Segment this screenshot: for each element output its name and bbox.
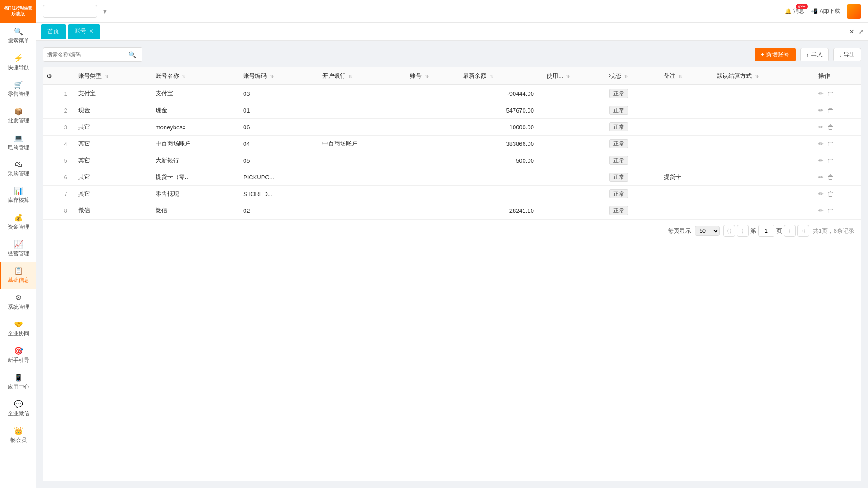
edit-icon[interactable]: ✏: [818, 190, 824, 197]
delete-icon[interactable]: 🗑: [827, 157, 834, 164]
col-usage[interactable]: 使用... ⇅: [543, 67, 606, 85]
edit-icon[interactable]: ✏: [818, 157, 824, 164]
tab-expand-button[interactable]: ⤢: [858, 28, 863, 35]
delete-icon[interactable]: 🗑: [827, 190, 834, 197]
tab-account[interactable]: 账号 ✕: [68, 24, 100, 39]
row-settings: [43, 85, 57, 102]
sidebar-item-ecommerce[interactable]: 💻 电商管理: [0, 129, 36, 156]
row-account: [406, 85, 459, 102]
row-balance: [459, 186, 543, 202]
sidebar-item-guide[interactable]: 🎯 新手引导: [0, 342, 36, 369]
finance-icon: 💰: [14, 213, 23, 222]
sidebar-item-search[interactable]: 🔍 搜索菜单: [0, 23, 36, 49]
settings-icon[interactable]: ⚙: [47, 73, 52, 80]
sidebar-item-member[interactable]: 👑 畅会员: [0, 422, 36, 449]
row-type: 现金: [75, 102, 152, 119]
row-code: 04: [240, 136, 319, 152]
sidebar-item-basic-info[interactable]: 📋 基础信息: [0, 262, 36, 289]
row-index: 6: [57, 169, 75, 186]
col-bank[interactable]: 开户银行 ⇅: [319, 67, 406, 85]
delete-icon[interactable]: 🗑: [827, 140, 834, 147]
basic-info-icon: 📋: [14, 267, 23, 275]
page-size-dropdown[interactable]: 50 100: [695, 226, 720, 236]
row-usage: [543, 202, 606, 219]
export-button[interactable]: ↓ 导出: [833, 48, 862, 61]
delete-icon[interactable]: 🗑: [827, 90, 834, 97]
sidebar-item-finance[interactable]: 💰 资金管理: [0, 209, 36, 235]
row-balance: 383866.00: [459, 136, 543, 152]
row-settle: [713, 202, 814, 219]
sidebar-item-wholesale[interactable]: 📦 批发管理: [0, 103, 36, 129]
row-action: ✏ 🗑: [815, 85, 861, 102]
row-settings: [43, 119, 57, 136]
delete-icon[interactable]: 🗑: [827, 123, 834, 131]
guide-icon: 🎯: [14, 347, 23, 355]
avatar[interactable]: [847, 4, 861, 19]
row-name: moneybosx: [152, 119, 240, 136]
first-page-button[interactable]: ⟨⟨: [723, 225, 735, 237]
sidebar-item-retail[interactable]: 🛒 零售管理: [0, 76, 36, 103]
row-name: 大新银行: [152, 152, 240, 169]
edit-icon[interactable]: ✏: [818, 90, 824, 97]
row-index: 2: [57, 102, 75, 119]
col-action: 操作: [815, 67, 861, 85]
add-account-button[interactable]: + 新增账号: [755, 48, 796, 61]
sidebar-item-app-center[interactable]: 📱 应用中心: [0, 369, 36, 395]
sidebar-item-wechat[interactable]: 💬 企业微信: [0, 395, 36, 422]
row-account: [406, 202, 459, 219]
tab-home[interactable]: 首页: [41, 24, 66, 39]
col-name[interactable]: 账号名称 ⇅: [152, 67, 240, 85]
next-page-button[interactable]: ⟩: [784, 225, 796, 237]
row-account: [406, 186, 459, 202]
sidebar-item-system[interactable]: ⚙ 系统管理: [0, 289, 36, 315]
col-note[interactable]: 备注 ⇅: [660, 67, 713, 85]
edit-icon[interactable]: ✏: [818, 123, 824, 131]
tab-close-icon[interactable]: ✕: [89, 28, 94, 34]
row-action: ✏ 🗑: [815, 186, 861, 202]
sidebar-item-purchase[interactable]: 🛍 采购管理: [0, 156, 36, 182]
prev-page-button[interactable]: ⟨: [737, 225, 749, 237]
search-input[interactable]: [47, 52, 128, 58]
toolbar: 🔍 + 新增账号 ↑ 导入 ↓ 导出: [43, 47, 861, 62]
tab-collapse-button[interactable]: ✕: [849, 28, 854, 35]
message-button[interactable]: 🔔 消息 99+: [785, 7, 804, 15]
col-settle[interactable]: 默认结算方式 ⇅: [713, 67, 814, 85]
import-button[interactable]: ↑ 导入: [800, 48, 829, 61]
edit-icon[interactable]: ✏: [818, 174, 824, 181]
row-action: ✏ 🗑: [815, 152, 861, 169]
dropdown-arrow-icon[interactable]: ▼: [102, 8, 108, 15]
row-account: [406, 119, 459, 136]
edit-icon[interactable]: ✏: [818, 107, 824, 114]
edit-icon[interactable]: ✏: [818, 140, 824, 147]
col-type[interactable]: 账号类型 ⇅: [75, 67, 152, 85]
app-download-button[interactable]: 📲 App下载: [811, 7, 840, 15]
row-settings: [43, 202, 57, 219]
col-account[interactable]: 账号 ⇅: [406, 67, 459, 85]
sidebar-item-collaboration[interactable]: 🤝 企业协同: [0, 315, 36, 342]
col-balance[interactable]: 最新余额 ⇅: [459, 67, 543, 85]
col-code[interactable]: 账号编码 ⇅: [240, 67, 319, 85]
status-badge: 正常: [609, 122, 628, 131]
delete-icon[interactable]: 🗑: [827, 207, 834, 214]
row-bank: [319, 85, 406, 102]
page-number-input[interactable]: [758, 225, 774, 237]
row-index: 7: [57, 186, 75, 202]
page-nav: ⟨⟨ ⟨ 第 页 ⟩ ⟩⟩: [723, 225, 809, 237]
sidebar-item-operation[interactable]: 📈 经营管理: [0, 235, 36, 262]
page-suffix: 页: [776, 227, 782, 235]
row-settings: [43, 186, 57, 202]
table-row: 7 其它 零售抵现 STORED... 正常 ✏ 🗑: [43, 186, 861, 202]
wechat-icon: 💬: [14, 400, 23, 408]
sidebar-item-inventory[interactable]: 📊 库存核算: [0, 182, 36, 209]
delete-icon[interactable]: 🗑: [827, 174, 834, 181]
row-status: 正常: [606, 202, 660, 219]
delete-icon[interactable]: 🗑: [827, 107, 834, 114]
sort-bank-icon: ⇅: [349, 74, 352, 79]
row-action: ✏ 🗑: [815, 119, 861, 136]
col-status[interactable]: 状态 ⇅: [606, 67, 660, 85]
edit-icon[interactable]: ✏: [818, 207, 824, 214]
top-search-input[interactable]: [43, 5, 97, 18]
sidebar-item-quick-nav[interactable]: ⚡ 快捷导航: [0, 49, 36, 76]
last-page-button[interactable]: ⟩⟩: [797, 225, 809, 237]
accounts-table: ⚙ 账号类型 ⇅ 账号名称 ⇅ 账号编码 ⇅: [43, 67, 861, 219]
